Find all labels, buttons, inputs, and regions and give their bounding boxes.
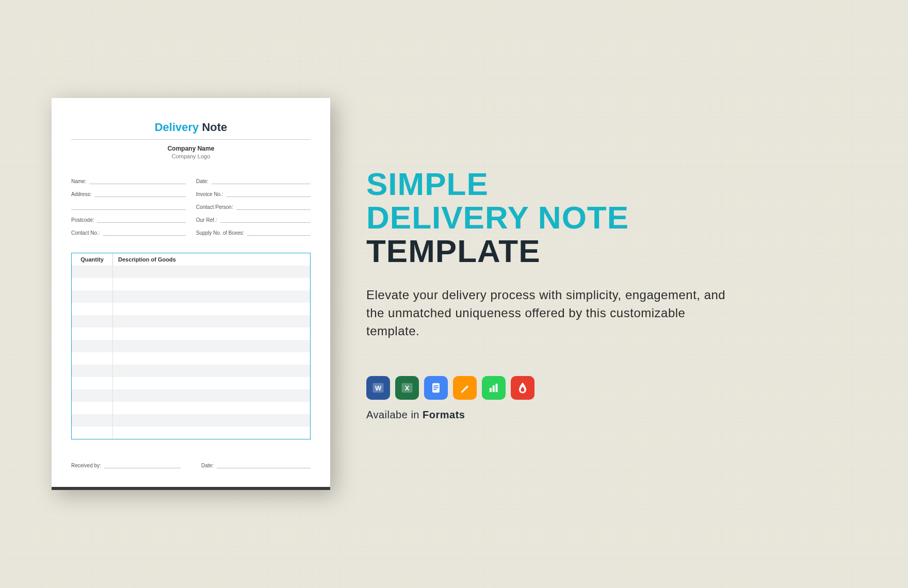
cell-description	[113, 402, 310, 414]
cell-quantity	[72, 427, 113, 439]
field-row: Name:	[71, 176, 186, 184]
field-label: Contact Person:	[196, 204, 233, 210]
cell-description	[113, 365, 310, 377]
cell-description	[113, 414, 310, 427]
word-icon: W	[366, 376, 390, 400]
cell-quantity	[72, 303, 113, 315]
pages-icon	[453, 376, 477, 400]
formats-label: Availabe in Formats	[366, 409, 846, 421]
title-rest: Note	[202, 121, 227, 134]
field-label: Our Ref.:	[196, 217, 217, 223]
table-row	[72, 427, 310, 439]
field-row: Contact No.:	[71, 227, 186, 236]
svg-text:X: X	[405, 384, 410, 392]
headline-line3: TEMPLATE	[366, 234, 846, 268]
excel-icon: X	[395, 376, 419, 400]
field-line	[247, 230, 311, 236]
table-row	[72, 414, 310, 427]
document-title: Delivery Note	[71, 121, 311, 140]
field-label: Contact No.:	[71, 230, 100, 236]
table-row	[72, 389, 310, 402]
table-body	[72, 266, 310, 439]
headline: SIMPLE DELIVERY NOTE TEMPLATE	[366, 167, 846, 268]
table-row	[72, 377, 310, 389]
field-row: Our Ref.:	[196, 215, 311, 223]
table-row	[72, 290, 310, 303]
cell-quantity	[72, 278, 113, 290]
svg-rect-6	[433, 387, 438, 388]
cell-description	[113, 427, 310, 439]
cell-description	[113, 389, 310, 402]
svg-text:W: W	[375, 384, 382, 392]
document-preview: Delivery Note Company Name Company Logo …	[52, 98, 330, 490]
table-row	[72, 340, 310, 352]
cell-description	[113, 315, 310, 328]
cell-description	[113, 290, 310, 303]
page-container: Delivery Note Company Name Company Logo …	[0, 0, 908, 588]
cell-quantity	[72, 328, 113, 340]
table-row	[72, 266, 310, 278]
title-accent: Delivery	[155, 121, 199, 134]
field-line	[89, 178, 186, 184]
cell-description	[113, 377, 310, 389]
table-row	[72, 315, 310, 328]
right-column: Date:Invoice No.:Contact Person:Our Ref.…	[196, 176, 311, 240]
field-line	[71, 204, 186, 210]
cell-description	[113, 340, 310, 352]
svg-rect-5	[433, 386, 438, 387]
cell-quantity	[72, 315, 113, 328]
field-label: Invoice No.:	[196, 191, 223, 197]
cell-quantity	[72, 290, 113, 303]
cell-quantity	[72, 266, 113, 278]
field-line	[97, 217, 186, 223]
cell-quantity	[72, 402, 113, 414]
company-logo-placeholder: Company Logo	[71, 153, 311, 159]
field-line	[220, 217, 311, 223]
field-line	[212, 178, 311, 184]
svg-rect-9	[493, 386, 495, 393]
formats-prefix: Availabe in	[366, 409, 423, 420]
field-label: Supply No. of Boxes:	[196, 230, 244, 236]
cell-description	[113, 303, 310, 315]
table-row	[72, 402, 310, 414]
cell-quantity	[72, 352, 113, 365]
table-header: Quantity Description of Goods	[72, 253, 310, 266]
formats-bold: Formats	[423, 409, 465, 420]
field-line	[94, 191, 186, 197]
field-row: Supply No. of Boxes:	[196, 227, 311, 236]
svg-rect-7	[433, 389, 436, 390]
field-row: Invoice No.:	[196, 189, 311, 197]
table-row	[72, 278, 310, 290]
cell-quantity	[72, 414, 113, 427]
description: Elevate your delivery process with simpl…	[366, 286, 727, 340]
col-description: Description of Goods	[113, 253, 310, 266]
footer-date-label: Date:	[201, 463, 214, 468]
field-row: Postcode:	[71, 215, 186, 223]
footer-fields: Received by: Date:	[71, 460, 311, 473]
document-page: Delivery Note Company Name Company Logo …	[52, 98, 330, 490]
info-panel: SIMPLE DELIVERY NOTE TEMPLATE Elevate yo…	[366, 167, 867, 421]
table-row	[72, 328, 310, 340]
cell-quantity	[72, 377, 113, 389]
cell-quantity	[72, 365, 113, 377]
info-fields: Name:Address:Postcode:Contact No.: Date:…	[71, 176, 311, 240]
headline-line1: SIMPLE	[366, 167, 846, 201]
field-row: Address:	[71, 189, 186, 197]
table-row	[72, 365, 310, 377]
field-label: Name:	[71, 178, 86, 184]
table-row	[72, 352, 310, 365]
field-label: Date:	[196, 178, 208, 184]
field-line	[104, 462, 181, 468]
cell-quantity	[72, 389, 113, 402]
headline-line2: DELIVERY NOTE	[366, 201, 846, 234]
field-line	[217, 462, 311, 468]
field-line	[226, 191, 311, 197]
svg-rect-8	[490, 388, 492, 392]
format-icons: W X	[366, 376, 846, 400]
received-by-field: Received by:	[71, 460, 181, 468]
cell-description	[113, 352, 310, 365]
pdf-icon	[511, 376, 534, 400]
goods-table: Quantity Description of Goods	[71, 253, 311, 439]
numbers-icon	[482, 376, 506, 400]
cell-description	[113, 278, 310, 290]
